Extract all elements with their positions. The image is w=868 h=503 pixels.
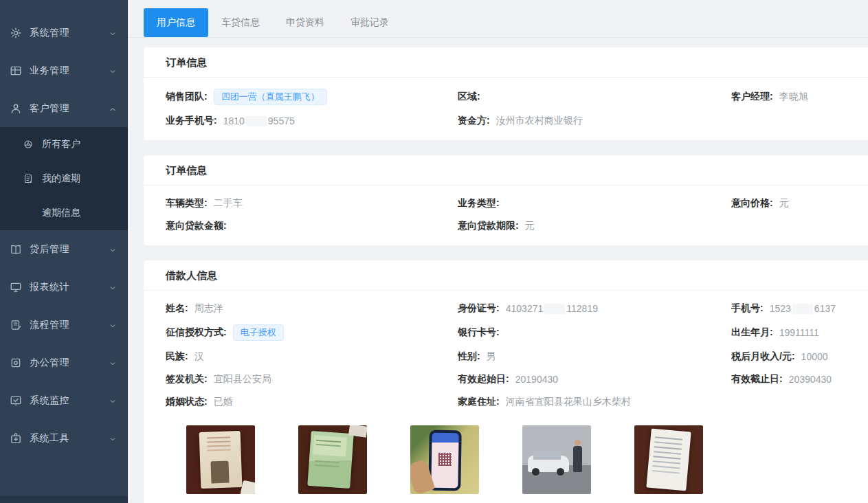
field-label: 意向价格: [731, 197, 779, 210]
field: 家庭住址河南省宜阳县花果山乡木柴村: [458, 396, 731, 408]
sidebar-item-label: 所有客户: [42, 138, 80, 150]
cards-container: 订单信息销售团队四团一营（直属王鹏飞）区域客户经理李晓旭业务手机号1810955…: [128, 38, 868, 503]
sidebar-item-my-overdue[interactable]: 我的逾期: [0, 161, 128, 196]
sidebar-item-system-tools[interactable]: 系统工具: [0, 419, 128, 457]
tag-link[interactable]: 四团一营（直属王鹏飞）: [214, 89, 327, 105]
chevron-down-icon: [109, 434, 117, 443]
sidebar-menu: 系统管理业务管理客户管理所有客户我的逾期逾期信息贷后管理报表统计流程管理办公管理…: [0, 14, 128, 457]
field-label: 区域: [458, 91, 487, 103]
steering-icon: [23, 139, 34, 150]
field-row: 婚姻状态已婚家庭住址河南省宜阳县花果山乡木柴村: [166, 395, 868, 409]
field-label: 签发机关: [166, 373, 214, 385]
photo-item: 驾驶证照片: [298, 425, 367, 503]
field: 出生年月19911111: [731, 326, 868, 339]
tools-icon: [10, 432, 22, 445]
field-label: 身份证号: [458, 302, 506, 315]
field-value: 李晓旭: [779, 91, 808, 103]
card-order-info-2: 订单信息车辆类型二手车业务类型意向价格元意向贷款金额意向贷款期限元: [144, 155, 868, 245]
field: 销售团队四团一营（直属王鹏飞）: [166, 89, 458, 105]
person-with-car-photo[interactable]: [522, 425, 591, 494]
card-order-info-1: 订单信息销售团队四团一营（直属王鹏飞）区域客户经理李晓旭业务手机号1810955…: [144, 47, 868, 140]
sidebar-item-overdue-info[interactable]: 逾期信息: [0, 196, 128, 230]
sidebar-item-label: 办公管理: [30, 357, 109, 369]
photo-gallery: 个人照驾驶证照片授权截图人车合影其他材料: [166, 425, 868, 503]
chevron-down-icon: [109, 396, 117, 405]
photo-item: 其他材料: [634, 425, 703, 503]
sidebar-item-all-customers[interactable]: 所有客户: [0, 127, 128, 161]
field-row: 签发机关宜阳县公安局有效起始日20190430有效截止日20390430: [166, 372, 868, 386]
chevron-up-icon: [109, 104, 117, 113]
field: 性别男: [458, 350, 731, 363]
photo-art: [313, 435, 347, 456]
card-body: 姓名周志洋身份证号4103271112819手机号15236137征信授权方式电…: [144, 291, 868, 503]
field-value: 元: [779, 197, 789, 210]
tab-loan-application-docs[interactable]: 申贷资料: [273, 8, 337, 37]
chevron-down-icon: [109, 67, 117, 75]
field-label: 有效截止日: [731, 373, 789, 385]
field: 意向贷款期限元: [458, 220, 731, 232]
field-row: 征信授权方式电子授权银行卡号出生年月19911111: [166, 324, 868, 341]
tag-link[interactable]: 电子授权: [233, 324, 284, 341]
sidebar-item-office-management[interactable]: 办公管理: [0, 344, 128, 381]
field-value: 汝州市农村商业银行: [496, 115, 583, 127]
sidebar-item-label: 业务管理: [30, 65, 109, 77]
field-label: 销售团队: [166, 91, 214, 103]
sidebar-item-system-management[interactable]: 系统管理: [0, 14, 128, 52]
sidebar-item-label: 我的逾期: [42, 172, 80, 185]
field: 意向价格元: [731, 197, 868, 210]
tab-approval-records[interactable]: 审批记录: [337, 8, 402, 37]
sidebar-item-process-management[interactable]: 流程管理: [0, 306, 128, 344]
field: 意向贷款金额: [166, 220, 458, 232]
chevron-down-icon: [109, 29, 117, 37]
field-value: 1523: [770, 303, 791, 314]
field: 业务手机号181095575: [166, 115, 458, 127]
sidebar-item-report-statistics[interactable]: 报表统计: [0, 268, 128, 306]
sidebar-item-system-monitor[interactable]: 系统监控: [0, 381, 128, 419]
app-root: 系统管理业务管理客户管理所有客户我的逾期逾期信息贷后管理报表统计流程管理办公管理…: [0, 0, 868, 503]
sidebar-item-label: 流程管理: [30, 319, 109, 331]
id-card-photo[interactable]: [186, 425, 255, 494]
field-value: 汉: [194, 350, 204, 363]
field-value: 1810: [223, 115, 245, 126]
field: 税后月收入/元10000: [731, 350, 868, 363]
field-value: 二手车: [214, 197, 243, 210]
field-value: 宜阳县公安局: [214, 373, 271, 385]
tab-user-info[interactable]: 用户信息: [144, 8, 208, 37]
book-icon: [10, 243, 22, 256]
memo-icon: [23, 173, 34, 184]
field-label: 银行卡号: [458, 326, 506, 339]
sidebar-item-label: 贷后管理: [30, 243, 109, 256]
card-title: 订单信息: [144, 155, 868, 186]
field: 身份证号4103271112819: [458, 302, 731, 315]
field: 有效起始日20190430: [458, 373, 731, 385]
field-value: 6137: [814, 303, 836, 314]
field-value: 112819: [566, 303, 598, 314]
sidebar: 系统管理业务管理客户管理所有客户我的逾期逾期信息贷后管理报表统计流程管理办公管理…: [0, 0, 128, 503]
tab-car-loan-info[interactable]: 车贷信息: [208, 8, 273, 37]
field: 区域: [458, 91, 731, 103]
photo-item: 人车合影: [522, 425, 591, 503]
photo-art: [573, 446, 582, 472]
other-material-photo[interactable]: [634, 425, 703, 494]
sidebar-item-label: 系统监控: [30, 394, 109, 407]
field: 资金方汝州市农村商业银行: [458, 115, 731, 127]
sidebar-footer: [0, 496, 128, 503]
field: 婚姻状态已婚: [166, 396, 458, 408]
field-label: 意向贷款金额: [166, 220, 233, 232]
field-value: 10000: [801, 351, 828, 362]
driver-license-photo[interactable]: [298, 425, 367, 494]
grid-icon: [10, 65, 22, 77]
field-value: 20190430: [515, 374, 558, 385]
sidebar-item-post-loan-management[interactable]: 贷后管理: [0, 230, 128, 268]
redaction-block: [544, 304, 565, 314]
photo-art: [210, 461, 229, 484]
sidebar-item-label: 逾期信息: [42, 207, 80, 219]
field: 客户经理李晓旭: [731, 91, 868, 103]
sidebar-item-business-management[interactable]: 业务管理: [0, 52, 128, 89]
sidebar-item-label: 报表统计: [30, 281, 109, 293]
authorization-qr-photo[interactable]: [410, 425, 479, 494]
sidebar-item-customer-management[interactable]: 客户管理: [0, 89, 128, 127]
field-label: 手机号: [731, 302, 770, 315]
field: 签发机关宜阳县公安局: [166, 373, 458, 385]
tab-bar: 用户信息车贷信息申贷资料审批记录: [128, 0, 868, 38]
